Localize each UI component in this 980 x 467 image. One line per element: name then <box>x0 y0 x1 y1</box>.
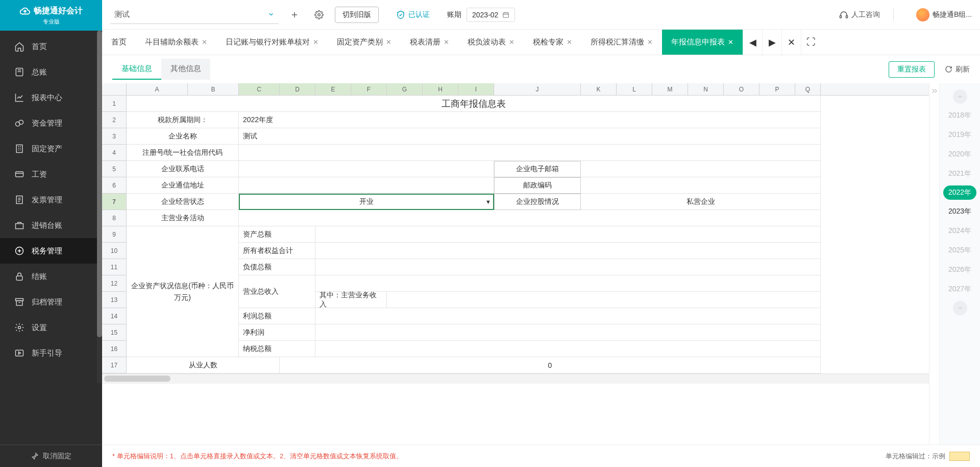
close-icon[interactable]: ✕ <box>647 38 653 46</box>
tab-1[interactable]: 斗目辅助余额表✕ <box>136 30 216 55</box>
close-icon[interactable]: ✕ <box>567 38 572 46</box>
tab-7[interactable]: 所得税汇算清缴✕ <box>581 30 662 55</box>
subtab-1[interactable]: 其他信息 <box>161 59 210 80</box>
tabs-prev[interactable]: ◀ <box>743 30 762 55</box>
col-header-A[interactable]: A <box>127 83 188 95</box>
tab-8[interactable]: 年报信息申报表✕ <box>662 30 743 55</box>
tab-3[interactable]: 固定资产类别✕ <box>328 30 401 55</box>
tabs-fullscreen[interactable]: ⛶ <box>801 30 820 55</box>
row-header-3[interactable]: 3 <box>102 128 127 145</box>
close-icon[interactable]: ✕ <box>444 38 449 46</box>
unpin-button[interactable]: 取消固定 <box>0 445 102 467</box>
period-value[interactable]: 2022年度 <box>239 112 821 128</box>
sidebar-item-7[interactable]: 进销台账 <box>0 213 102 238</box>
reset-button[interactable]: 重置报表 <box>889 61 935 78</box>
col-header-F[interactable]: F <box>351 83 387 95</box>
year-2020年[interactable]: 2020年 <box>948 147 971 162</box>
close-icon[interactable]: ✕ <box>728 38 733 46</box>
col-header-P[interactable]: P <box>760 83 795 95</box>
company-selector[interactable]: 测试 <box>110 6 279 24</box>
year-up[interactable] <box>953 89 967 104</box>
row-header-5[interactable]: 5 <box>102 161 127 177</box>
col-header-L[interactable]: L <box>617 83 652 95</box>
close-icon[interactable]: ✕ <box>202 38 207 46</box>
year-2018年[interactable]: 2018年 <box>948 108 971 123</box>
tab-6[interactable]: 税检专家✕ <box>524 30 581 55</box>
year-2022年[interactable]: 2022年 <box>943 185 976 200</box>
row-header-17[interactable]: 17 <box>102 357 127 373</box>
help-button[interactable]: 人工咨询 <box>839 10 880 19</box>
sidebar-item-9[interactable]: 结账 <box>0 264 102 289</box>
col-header-C[interactable]: C <box>239 83 280 95</box>
tab-0[interactable]: 首页 <box>102 30 136 55</box>
refresh-button[interactable]: 刷新 <box>945 65 970 74</box>
period-picker[interactable]: 2023-02 <box>467 8 515 22</box>
spreadsheet[interactable]: ABCDEFGHIJKLMNOPQ 1工商年报信息表2税款所属期间：2022年度… <box>102 83 929 445</box>
sidebar-item-10[interactable]: 归档管理 <box>0 289 102 315</box>
col-header-G[interactable]: G <box>387 83 423 95</box>
cell[interactable]: 私营企业 <box>581 194 821 210</box>
row-header-6[interactable]: 6 <box>102 177 127 194</box>
cell[interactable] <box>239 161 494 177</box>
col-header-E[interactable]: E <box>315 83 351 95</box>
year-2026年[interactable]: 2026年 <box>948 262 971 277</box>
tabs-close-all[interactable]: ✕ <box>781 30 801 55</box>
row-header-15[interactable]: 15 <box>102 324 127 341</box>
year-2019年[interactable]: 2019年 <box>948 127 971 143</box>
sidebar-item-1[interactable]: 总账 <box>0 59 102 85</box>
sidebar-item-6[interactable]: 发票管理 <box>0 187 102 213</box>
add-button[interactable] <box>286 6 303 24</box>
row-header-2[interactable]: 2 <box>102 112 127 128</box>
business-status-select[interactable]: 开业▼ <box>239 194 494 210</box>
row-header-13[interactable]: 13 <box>102 292 127 308</box>
close-icon[interactable]: ✕ <box>313 38 318 46</box>
col-header-D[interactable]: D <box>280 83 315 95</box>
col-header-J[interactable]: J <box>494 83 581 95</box>
col-header-O[interactable]: O <box>724 83 760 95</box>
collapse-yearbar[interactable] <box>929 83 939 445</box>
row-header-1[interactable]: 1 <box>102 96 127 112</box>
sidebar-item-2[interactable]: 报表中心 <box>0 85 102 110</box>
row-header-9[interactable]: 9 <box>102 226 127 243</box>
col-header-Q[interactable]: Q <box>795 83 821 95</box>
cell[interactable]: 0 <box>280 357 821 373</box>
col-header-I[interactable]: I <box>458 83 494 95</box>
year-down[interactable] <box>953 301 967 315</box>
row-header-4[interactable]: 4 <box>102 145 127 161</box>
year-2027年[interactable]: 2027年 <box>948 282 971 297</box>
cell[interactable] <box>239 177 494 194</box>
tab-5[interactable]: 税负波动表✕ <box>458 30 524 55</box>
tabs-next[interactable]: ▶ <box>762 30 781 55</box>
close-icon[interactable]: ✕ <box>509 38 514 46</box>
row-header-10[interactable]: 10 <box>102 243 127 259</box>
row-header-7[interactable]: 7 <box>102 194 127 210</box>
horizontal-scrollbar[interactable] <box>102 373 929 384</box>
sidebar-item-8[interactable]: 税务管理 <box>0 238 102 264</box>
sidebar-item-4[interactable]: 固定资产 <box>0 136 102 161</box>
cell[interactable] <box>581 177 821 194</box>
cell[interactable] <box>581 161 821 177</box>
sidebar-item-0[interactable]: 首页 <box>0 34 102 59</box>
year-2021年[interactable]: 2021年 <box>948 166 971 181</box>
tab-4[interactable]: 税表清册✕ <box>401 30 458 55</box>
year-2023年[interactable]: 2023年 <box>948 204 971 219</box>
close-icon[interactable]: ✕ <box>386 38 391 46</box>
sidebar-item-3[interactable]: 资金管理 <box>0 110 102 136</box>
col-header-B[interactable]: B <box>188 83 239 95</box>
row-header-8[interactable]: 8 <box>102 210 127 226</box>
cell[interactable]: 测试 <box>239 128 821 145</box>
row-header-16[interactable]: 16 <box>102 341 127 357</box>
sidebar-item-11[interactable]: 设置 <box>0 315 102 340</box>
subtab-0[interactable]: 基础信息 <box>112 59 161 80</box>
cell[interactable] <box>239 210 821 226</box>
col-header-H[interactable]: H <box>423 83 458 95</box>
cell[interactable] <box>239 145 821 161</box>
tab-2[interactable]: 日记账与银行对账单核对✕ <box>216 30 328 55</box>
row-header-11[interactable]: 11 <box>102 259 127 275</box>
col-header-M[interactable]: M <box>652 83 688 95</box>
row-header-12[interactable]: 12 <box>102 275 127 292</box>
year-2024年[interactable]: 2024年 <box>948 223 971 239</box>
user-menu[interactable]: 畅捷通B组... <box>916 8 972 21</box>
col-header-K[interactable]: K <box>581 83 617 95</box>
settings-button[interactable] <box>310 6 328 24</box>
